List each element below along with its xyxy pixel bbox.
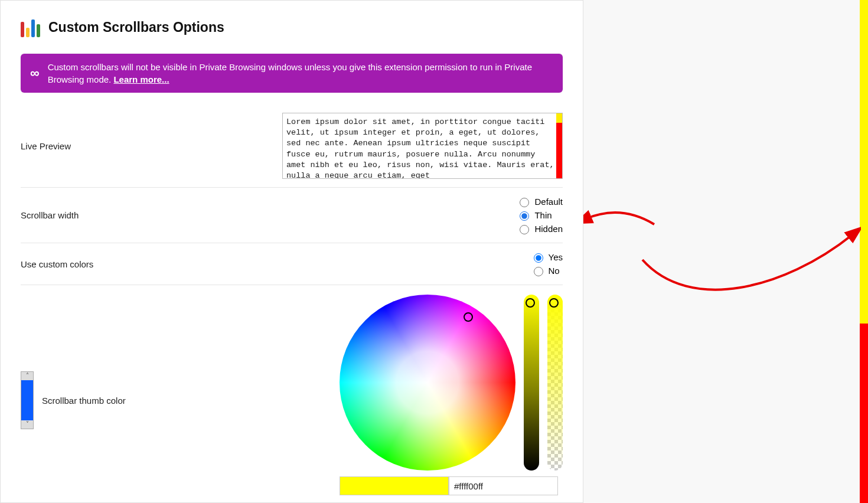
banner-text: Custom scrollbars will not be visible in… — [48, 61, 553, 86]
scroll-thumb-preview[interactable] — [21, 380, 33, 420]
live-preview-box[interactable]: Lorem ipsum dolor sit amet, in porttitor… — [282, 113, 563, 179]
learn-more-link[interactable]: Learn more... — [113, 74, 169, 84]
color-wheel-handle[interactable] — [464, 312, 473, 322]
colors-option-yes[interactable]: Yes — [531, 252, 563, 263]
scrollbar-width-options: Default Thin Hidden — [517, 196, 563, 234]
color-swatch — [340, 476, 449, 495]
luminance-handle[interactable] — [526, 298, 535, 308]
luminance-slider[interactable] — [524, 295, 539, 471]
color-picker — [340, 295, 563, 495]
width-radio-hidden[interactable] — [520, 225, 529, 234]
custom-colors-label: Use custom colors — [21, 259, 93, 269]
custom-colors-row: Use custom colors Yes No — [21, 243, 563, 285]
thumb-color-label: Scrollbar thumb color — [42, 396, 126, 406]
colors-option-no[interactable]: No — [531, 265, 563, 276]
color-wheel[interactable] — [340, 295, 515, 471]
private-browsing-banner: ∞ Custom scrollbars will not be visible … — [21, 54, 563, 93]
width-option-hidden[interactable]: Hidden — [517, 223, 563, 234]
infinity-icon: ∞ — [30, 66, 40, 81]
thumb-left-group: ˄ ˅ Scrollbar thumb color — [21, 371, 126, 429]
page-right-region — [583, 0, 868, 503]
alpha-slider[interactable] — [547, 295, 563, 471]
width-radio-thin[interactable] — [520, 211, 529, 221]
options-panel: Custom Scrollbars Options ∞ Custom scrol… — [0, 0, 583, 503]
live-preview-label: Live Preview — [21, 141, 71, 151]
custom-colors-options: Yes No — [531, 252, 563, 276]
annotation-arrows-icon — [583, 201, 861, 319]
thumb-color-row: ˄ ˅ Scrollbar thumb color — [21, 285, 563, 503]
colors-radio-no[interactable] — [534, 267, 543, 276]
scrollbar-width-row: Scrollbar width Default Thin Hidden — [21, 188, 563, 243]
colors-radio-yes[interactable] — [534, 253, 543, 263]
app-logo-icon — [21, 17, 40, 37]
live-preview-row: Live Preview Lorem ipsum dolor sit amet,… — [21, 104, 563, 188]
header: Custom Scrollbars Options — [21, 17, 563, 37]
hex-input[interactable] — [449, 476, 558, 495]
page-title: Custom Scrollbars Options — [48, 19, 224, 35]
width-option-default[interactable]: Default — [517, 196, 563, 207]
scroll-down-button[interactable]: ˅ — [21, 420, 33, 429]
preview-text: Lorem ipsum dolor sit amet, in porttitor… — [286, 117, 554, 179]
width-radio-default[interactable] — [520, 198, 529, 207]
page-scrollbar-thumb[interactable] — [860, 324, 868, 503]
alpha-handle[interactable] — [549, 298, 559, 308]
scrollbar-width-label: Scrollbar width — [21, 210, 79, 220]
width-option-thin[interactable]: Thin — [517, 210, 563, 221]
mini-scrollbar-preview: ˄ ˅ — [21, 371, 34, 429]
scroll-up-button[interactable]: ˄ — [21, 372, 33, 380]
preview-scrollbar-thumb[interactable] — [556, 123, 562, 179]
